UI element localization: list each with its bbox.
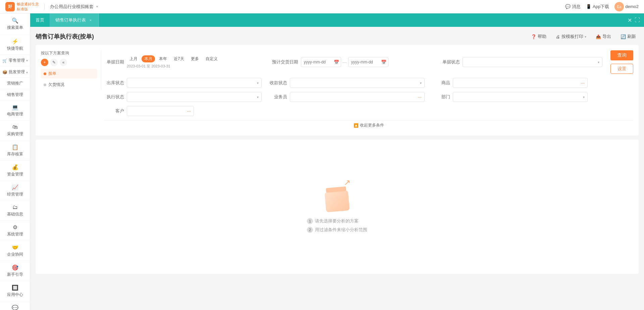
date-presets: 上月 本月 本年 近7天 更多 自定义 (127, 55, 267, 62)
expected-date-from-wrap: 📅 (301, 57, 341, 67)
app-title: 办公用品行业模拟账套 (50, 4, 94, 10)
collapse-bar[interactable]: 🔼 收起更多条件 (104, 120, 633, 130)
filter-field-salesman: 业务员 ··· (267, 92, 425, 102)
retail-icon: 🛒 (2, 58, 7, 63)
scheme-edit-button[interactable]: ✎ (50, 59, 58, 66)
retail-arrow-icon: ▾ (26, 59, 28, 62)
sidebar-item-appcenter[interactable]: 🔲 应用中心 (0, 281, 30, 301)
message-action[interactable]: 💬 消息 (565, 4, 581, 10)
sidebar-item-finance[interactable]: 💰 资金管理 (0, 161, 30, 181)
tip-num-2: 2 (307, 227, 313, 233)
filter-row-1: 单据日期 上月 本月 本年 近7天 更多 自定义 (104, 50, 633, 74)
query-button[interactable]: 查询 (610, 50, 633, 60)
filter-field-date: 单据日期 上月 本月 本年 近7天 更多 自定义 (104, 55, 267, 69)
customer-select[interactable]: ··· (127, 106, 194, 116)
scheme-collapse-button[interactable]: « (60, 59, 67, 66)
header-left: 好 畅捷通好生意 标准版 办公用品行业模拟账套 ▾ (5, 2, 98, 11)
inventory-icon: 📋 (12, 144, 18, 150)
filter-row-4: 客户 ··· (104, 106, 633, 116)
exec-status-caret-icon: ▾ (257, 95, 259, 99)
empty-tips: 1 请先选择要分析的方案 2 用过滤条件来缩小分析范围 (307, 218, 367, 236)
help-button[interactable]: ❓ 帮助 (528, 32, 549, 41)
collection-status-select[interactable]: ▾ (290, 78, 425, 88)
filter-field-collection-status: 收款状态 ▾ (267, 78, 425, 88)
help-icon: ❓ (531, 34, 536, 39)
preset-this-month[interactable]: 本月 (142, 55, 155, 62)
sidebar-item-retail[interactable]: 🛒 零售管理 ▾ (0, 55, 30, 66)
tab-active[interactable]: 销售订单执行表 × (50, 13, 99, 27)
empty-illustration: ↗ (320, 178, 354, 211)
win-close-icon[interactable]: ✕ (628, 17, 632, 23)
salesman-select[interactable]: ··· (290, 92, 425, 102)
refresh-icon: 🔄 (621, 34, 626, 39)
operations-icon: 📈 (12, 184, 18, 191)
settings-button[interactable]: 设置 (610, 64, 633, 74)
exec-status-label: 执行状态 (104, 94, 124, 100)
refresh-button[interactable]: 🔄 刷新 (618, 32, 639, 41)
print-template-button[interactable]: 🖨 按模板打印 ▾ (553, 32, 589, 41)
exec-status-select[interactable]: ▾ (127, 92, 262, 102)
sidebar-item-basic[interactable]: 🗂 基础信息 (0, 201, 30, 221)
app-download-action[interactable]: 📱 App下载 (586, 4, 609, 10)
preset-7days[interactable]: 近7天 (171, 55, 187, 62)
wholesale-arrow-icon: ▴ (26, 70, 28, 74)
date-from-calendar-icon: 📅 (334, 60, 339, 65)
sidebar-item-wholesale[interactable]: 📦 批发管理 ▴ (0, 66, 30, 78)
scheme-item-dot (44, 84, 46, 86)
out-status-caret-icon: ▾ (257, 81, 259, 85)
out-status-select[interactable]: ▾ (127, 78, 262, 88)
scheme-add-button[interactable]: + (41, 59, 48, 66)
filter-section: 按以下方案查询 + ✎ « 按单 欠货情况 (41, 50, 633, 130)
export-button[interactable]: 📤 导出 (593, 32, 614, 41)
filter-field-customer: 客户 ··· (104, 106, 633, 116)
scheme-item-active[interactable]: 按单 (41, 69, 97, 79)
sidebar-item-collab[interactable]: 🤝 企业协同 (0, 241, 30, 261)
preset-more[interactable]: 更多 (188, 55, 202, 62)
sidebar-item-search[interactable]: 🔍 搜索菜单 (0, 13, 30, 35)
tip-num-1: 1 (307, 218, 313, 224)
sidebar-item-operations[interactable]: 📈 经营管理 (0, 181, 30, 201)
sidebar-item-marketing[interactable]: 营销推广 (0, 78, 30, 89)
empty-tip-2: 2 用过滤条件来缩小分析范围 (307, 227, 367, 233)
win-maximize-icon[interactable]: ⛶ (635, 17, 640, 23)
logo-text: 畅捷通好生意 标准版 (17, 2, 39, 11)
sidebar-item-inventory[interactable]: 📋 库存核算 (0, 141, 30, 161)
sidebar-item-wechat[interactable]: 💬 企业微信 (0, 301, 30, 310)
search-icon: 🔍 (12, 17, 18, 24)
wholesale-icon: 📦 (2, 70, 7, 74)
sidebar: 🔍 搜索菜单 ⚡ 快捷导航 🛒 零售管理 ▾ 📦 批发管理 ▴ 营销推广 销售管… (0, 13, 30, 310)
tab-close-icon[interactable]: × (88, 17, 93, 23)
collection-status-label: 收款状态 (267, 80, 287, 86)
expected-date-range: 📅 — 📅 (301, 57, 435, 67)
empty-arrow-icon: ↗ (344, 178, 351, 187)
customer-more-icon: ··· (187, 108, 191, 114)
customer-label: 客户 (104, 108, 124, 114)
preset-custom[interactable]: 自定义 (203, 55, 220, 62)
filter-field-exec-status: 执行状态 ▾ (104, 92, 262, 102)
preset-last-month[interactable]: 上月 (127, 55, 140, 62)
sidebar-item-quicknav[interactable]: ⚡ 快捷导航 (0, 35, 30, 55)
scheme-item-backorder[interactable]: 欠货情况 (41, 80, 97, 90)
doc-status-select[interactable]: ▾ (463, 57, 602, 67)
sidebar-item-ecom[interactable]: 💻 电商管理 (0, 101, 30, 121)
date-label: 单据日期 (104, 59, 124, 65)
filter-field-dept: 部门 ▾ (430, 92, 588, 102)
preset-this-year[interactable]: 本年 (156, 55, 170, 62)
app-title-dropdown-icon[interactable]: ▾ (96, 5, 98, 8)
sidebar-item-guide[interactable]: 🎯 新手引导 (0, 261, 30, 281)
page-actions: ❓ 帮助 🖨 按模板打印 ▾ 📤 导出 🔄 刷新 (528, 32, 639, 41)
user-info[interactable]: Ea demo2 (614, 2, 639, 11)
dept-select[interactable]: ▾ (453, 92, 588, 102)
tab-home[interactable]: 首页 (30, 13, 50, 27)
sidebar-item-sales[interactable]: 销售管理 (0, 89, 30, 101)
appcenter-icon: 🔲 (12, 285, 18, 291)
download-icon: 📱 (586, 4, 591, 9)
goods-select[interactable]: ··· (453, 78, 588, 88)
wechat-icon: 💬 (12, 305, 18, 310)
sidebar-item-purchase[interactable]: 🛍 采购管理 (0, 121, 30, 141)
filter-scheme-title: 按以下方案查询 (41, 50, 97, 56)
sidebar-item-system[interactable]: ⚙ 系统管理 (0, 221, 30, 241)
filter-field-goods: 商品 ··· (430, 78, 588, 88)
main-layout: 🔍 搜索菜单 ⚡ 快捷导航 🛒 零售管理 ▾ 📦 批发管理 ▴ 营销推广 销售管… (0, 13, 644, 310)
header-right: 💬 消息 📱 App下载 Ea demo2 (565, 2, 639, 11)
